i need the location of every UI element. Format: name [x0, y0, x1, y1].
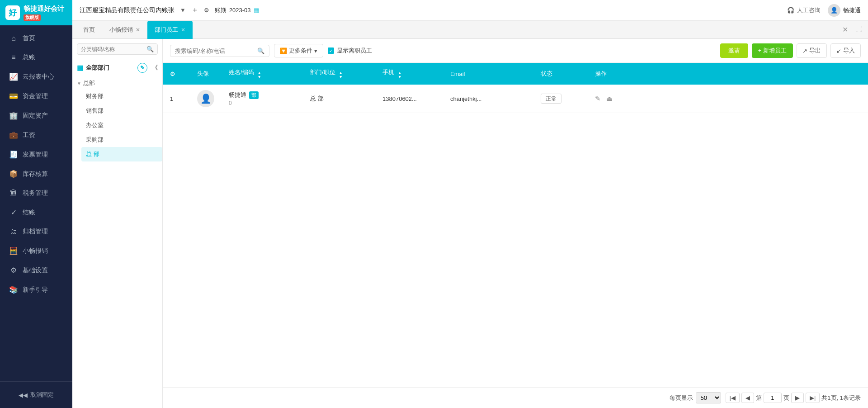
sidebar-item-label: 发票管理	[23, 151, 48, 159]
sidebar-item-archive[interactable]: 🗂 归档管理	[0, 222, 72, 241]
dept-search-box[interactable]: 🔍	[77, 43, 158, 55]
tab-employees-label: 部门员工	[155, 26, 178, 34]
sidebar-item-checkout[interactable]: ✓ 结账	[0, 203, 72, 222]
sidebar-item-settings[interactable]: ⚙ 基础设置	[0, 261, 72, 280]
row-dept: 总 部	[303, 85, 375, 113]
last-page-button[interactable]: ▶|	[806, 393, 820, 403]
table-footer: 每页显示 50 10 20 100 |◀ ◀ 第 页 ▶ ▶|	[163, 387, 868, 408]
name-code-block: 畅捷通 部 0	[229, 91, 296, 106]
consult-button[interactable]: 🎧 人工咨询	[787, 6, 821, 14]
add-employee-button[interactable]: + 新增员工	[752, 43, 793, 58]
header-right: 🎧 人工咨询 👤 畅捷通	[787, 4, 861, 17]
dept-search-input[interactable]	[81, 46, 146, 52]
sidebar-item-reports[interactable]: 📈 云报表中心	[0, 67, 72, 86]
export-button[interactable]: ↗ 导出	[797, 43, 827, 58]
page-input[interactable]	[764, 393, 782, 403]
col-name-header[interactable]: 姓名/编码 ▲▼	[222, 63, 303, 85]
import-button[interactable]: ↙ 导入	[830, 43, 861, 58]
sidebar-item-expenses[interactable]: 🧮 小畅报销	[0, 241, 72, 261]
dept-child-caiwubu[interactable]: 财务部	[81, 89, 162, 104]
dept-parent-item[interactable]: ▼ 总部	[72, 76, 162, 89]
invite-button[interactable]: 邀请	[720, 43, 748, 58]
row-phone: 138070602...	[375, 85, 443, 113]
dept-child-bangongshi[interactable]: 办公室	[81, 118, 162, 133]
filter-button[interactable]: 🔽 更多条件 ▾	[274, 44, 323, 57]
col-dept-header[interactable]: 部门/职位 ▲▼	[303, 63, 375, 85]
employee-search-icon[interactable]: 🔍	[257, 47, 264, 54]
sidebar-item-inventory[interactable]: 📦 库存核算	[0, 164, 72, 184]
sidebar-item-label: 首页	[23, 34, 35, 43]
settings-icon: ⚙	[9, 266, 18, 275]
dept-children: 财务部 销售部 办公室 采购部 总 部	[72, 89, 162, 161]
edit-button[interactable]: ✎	[595, 95, 601, 103]
row-num: 1	[163, 85, 190, 113]
add-company-button[interactable]: ＋	[191, 5, 198, 15]
cancel-fixed-arrow: ◀◀	[19, 392, 28, 399]
tab-expenses[interactable]: 小畅报销 ✕	[102, 21, 147, 39]
tax-icon: 🏛	[9, 189, 18, 197]
sidebar-bottom: ◀◀ 取消固定	[0, 381, 72, 408]
sidebar-item-assets[interactable]: 🏢 固定资产	[0, 106, 72, 125]
per-page-select[interactable]: 50 10 20 100	[696, 392, 721, 403]
headset-icon: 🎧	[787, 7, 794, 14]
period-display: 账期 2023-03 ▦	[215, 6, 259, 14]
tab-close-all-button[interactable]: ✕	[840, 24, 850, 36]
reports-icon: 📈	[9, 72, 18, 81]
sidebar: 好 畅捷通好会计 旗舰版 ⌂ 首页 ≡ 总账 📈 云报表中心 💳 资金管理 🏢 …	[0, 0, 72, 408]
sidebar-item-salary[interactable]: 💼 工资	[0, 125, 72, 145]
dept-tree: ▼ 总部 财务部 销售部 办公室 采购部 总 部	[72, 76, 162, 161]
row-status: 正常	[533, 85, 588, 113]
page-suffix: 页	[783, 394, 789, 402]
dept-child-xiaoshoubu[interactable]: 销售部	[81, 104, 162, 118]
dept-child-zongbu[interactable]: 总 部	[81, 147, 162, 161]
export-icon: ↗	[802, 47, 807, 54]
employee-toolbar: 🔍 🔽 更多条件 ▾ ✓ 显示离职员工 邀请 + 新增员工 ↗ 导出	[163, 39, 868, 63]
cancel-fixed-button[interactable]: ◀◀ 取消固定	[0, 386, 72, 403]
tab-employees[interactable]: 部门员工 ✕	[147, 21, 193, 39]
row-email: chanjethkj...	[443, 85, 533, 113]
company-dropdown-icon[interactable]: ▼	[180, 7, 186, 14]
employee-search-input[interactable]	[175, 47, 257, 54]
assets-icon: 🏢	[9, 111, 18, 120]
ledger-icon: ≡	[9, 53, 18, 62]
dept-collapse-icon[interactable]: 《	[152, 64, 158, 72]
company-settings-button[interactable]: ⚙	[204, 7, 209, 14]
funds-icon: 💳	[9, 92, 18, 100]
sidebar-item-funds[interactable]: 💳 资金管理	[0, 86, 72, 106]
tab-expand-button[interactable]: ⛶	[854, 24, 864, 36]
logout-button[interactable]: ⏏	[606, 95, 613, 103]
user-menu[interactable]: 👤 畅捷通	[828, 4, 861, 17]
dept-child-caigoubu[interactable]: 采购部	[81, 133, 162, 147]
sidebar-item-ledger[interactable]: ≡ 总账	[0, 48, 72, 67]
avatar: 👤	[828, 4, 840, 17]
sidebar-item-label: 工资	[23, 131, 35, 139]
sidebar-item-label: 云报表中心	[23, 73, 54, 81]
next-page-button[interactable]: ▶	[791, 393, 804, 403]
sidebar-item-home[interactable]: ⌂ 首页	[0, 29, 72, 48]
col-phone-header[interactable]: 手机 ▲▼	[375, 63, 443, 85]
sidebar-item-label: 固定资产	[23, 112, 48, 120]
prev-page-button[interactable]: ◀	[741, 393, 754, 403]
dept-edit-button[interactable]: ✎	[137, 63, 147, 73]
tab-employees-close[interactable]: ✕	[181, 27, 185, 33]
sidebar-item-label: 小畅报销	[23, 247, 48, 255]
page-label: 第	[756, 394, 762, 402]
tab-expenses-close[interactable]: ✕	[136, 27, 140, 33]
sidebar-item-guide[interactable]: 📚 新手引导	[0, 280, 72, 299]
sidebar-item-tax[interactable]: 🏛 税务管理	[0, 184, 72, 203]
employee-search-box[interactable]: 🔍	[170, 45, 269, 57]
all-dept-item[interactable]: ▦ 全部部门 ✎ 《	[72, 59, 162, 76]
first-page-button[interactable]: |◀	[726, 393, 740, 403]
show-resigned-checkbox[interactable]: ✓	[328, 47, 334, 54]
show-resigned-toggle[interactable]: ✓ 显示离职员工	[328, 47, 372, 55]
employee-table: ⚙ 头像 姓名/编码 ▲▼ 部门/职位 ▲▼	[163, 63, 868, 113]
col-settings[interactable]: ⚙	[163, 63, 190, 85]
sidebar-item-invoice[interactable]: 🧾 发票管理	[0, 145, 72, 164]
row-actions: ✎ ⏏	[588, 85, 868, 113]
tab-home[interactable]: 首页	[76, 21, 102, 39]
calendar-icon[interactable]: ▦	[254, 7, 259, 14]
name-row: 畅捷通 部	[229, 91, 296, 99]
filter-chevron-icon: ▾	[314, 47, 317, 54]
dept-search-icon[interactable]: 🔍	[146, 46, 154, 52]
consult-label: 人工咨询	[797, 6, 821, 14]
